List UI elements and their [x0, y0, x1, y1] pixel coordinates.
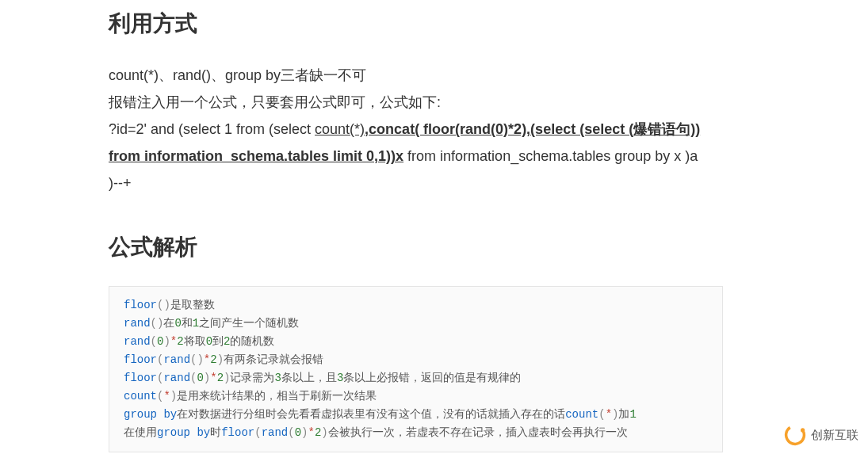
num: 2 [177, 335, 183, 348]
kw-groupby: group by [124, 408, 177, 421]
op: * [210, 372, 216, 384]
op: * [606, 408, 612, 421]
num: 0 [206, 335, 212, 348]
punct: ) [170, 390, 177, 402]
logo-icon [784, 424, 806, 446]
code-text: 在对数据进行分组时会先看看虚拟表里有没有这个值，没有的话就插入存在的话 [177, 408, 565, 421]
code-text: 的随机数 [230, 335, 274, 348]
punct: ) [321, 426, 327, 439]
punct: () [190, 353, 204, 366]
code-text: 将取 [184, 335, 206, 348]
punct: ) [217, 353, 224, 366]
code-text: 会被执行一次，若虚表不存在记录，插入虚表时会再执行一次 [328, 426, 628, 439]
kw-count: count [565, 408, 598, 421]
kw-rand: rand [163, 372, 190, 384]
code-text: 是用来统计结果的，相当于刷新一次结果 [177, 390, 377, 402]
op: * [204, 353, 210, 366]
watermark-text: 创新互联 [811, 428, 858, 443]
code-text: 条以上必报错，返回的值是有规律的 [343, 372, 521, 384]
punct: ) [163, 335, 170, 348]
kw-floor: floor [221, 426, 254, 439]
punct: ( [288, 426, 294, 439]
code-text: 加 [618, 408, 629, 421]
code-text: 在 [163, 317, 174, 330]
punct: () [157, 299, 170, 311]
paragraph-4: )--+ [109, 170, 723, 196]
code-text: 在使用 [124, 426, 157, 439]
kw-rand: rand [124, 335, 151, 348]
kw-rand: rand [124, 317, 151, 330]
punct: ( [598, 408, 605, 421]
paragraph-1: count(*)、rand()、group by三者缺一不可 [109, 62, 723, 89]
kw-floor: floor [124, 299, 157, 311]
punct: ) [204, 372, 210, 384]
paragraph-3: ?id=2' and (select 1 from (select count(… [109, 116, 723, 170]
num: 3 [274, 372, 281, 384]
kw-floor: floor [124, 372, 157, 384]
num: 0 [197, 372, 203, 384]
payload-underline-1: count(*) [315, 121, 365, 137]
kw-groupby: group by [157, 426, 210, 439]
code-text: 条以上，且 [281, 372, 337, 384]
code-text: 之间产生一个随机数 [199, 317, 299, 330]
num: 2 [217, 372, 224, 384]
kw-count: count [124, 390, 157, 402]
num: 1 [629, 408, 636, 421]
code-text: 时 [210, 426, 221, 439]
num: 1 [193, 317, 199, 330]
kw-rand: rand [163, 353, 190, 366]
svg-point-1 [801, 428, 805, 432]
punct: () [151, 317, 164, 330]
num: 0 [295, 426, 301, 439]
payload-suffix: from information_schema.tables group by … [403, 148, 698, 164]
punct: ( [254, 426, 261, 439]
payload-prefix: ?id=2' and (select 1 from (select [109, 121, 315, 137]
num: 0 [174, 317, 181, 330]
op: * [163, 390, 170, 402]
code-text: 到 [212, 335, 224, 348]
punct: ( [151, 335, 157, 348]
kw-rand: rand [262, 426, 289, 439]
code-text: 和 [182, 317, 193, 330]
kw-floor: floor [124, 353, 157, 366]
op: * [170, 335, 177, 348]
code-text: 记录需为 [230, 372, 274, 384]
article-container: 利用方式 count(*)、rand()、group by三者缺一不可 报错注入… [109, 10, 723, 452]
num: 2 [210, 353, 216, 366]
heading-1: 利用方式 [109, 10, 723, 38]
watermark-logo: 创新互联 [784, 424, 858, 446]
heading-2: 公式解析 [109, 233, 723, 261]
code-block: floor()是取整数 rand()在0和1之间产生一个随机数 rand(0)*… [109, 286, 723, 452]
paragraph-2: 报错注入用一个公式，只要套用公式即可，公式如下: [109, 89, 723, 116]
svg-point-0 [784, 424, 806, 446]
code-text: 是取整数 [170, 299, 215, 311]
op: * [308, 426, 314, 439]
code-text: 有两条记录就会报错 [224, 353, 323, 366]
